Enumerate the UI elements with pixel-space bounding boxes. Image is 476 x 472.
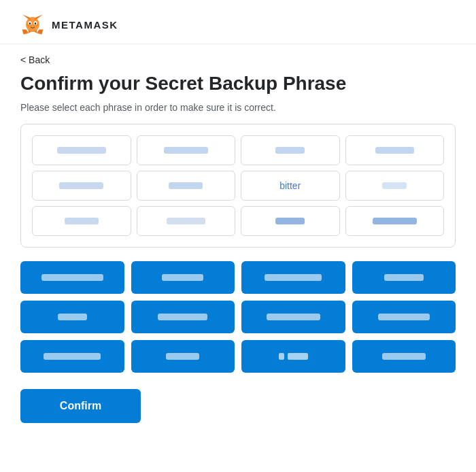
phrase-slot-7[interactable]: bitter (241, 171, 340, 201)
phrase-slot-5[interactable] (32, 171, 131, 201)
confirm-button[interactable]: Confirm (20, 389, 141, 423)
back-button[interactable]: < Back (20, 54, 50, 65)
word-button-7[interactable] (241, 301, 345, 333)
word-button-10[interactable] (131, 340, 235, 373)
word-button-3[interactable] (241, 261, 345, 294)
page-content: < Back Confirm your Secret Backup Phrase… (0, 44, 476, 437)
page-subtitle: Please select each phrase in order to ma… (20, 102, 456, 113)
phrase-slot-2[interactable] (137, 135, 236, 165)
word-button-8[interactable] (352, 301, 456, 333)
phrase-slot-6[interactable] (137, 171, 236, 201)
phrase-slot-8[interactable] (345, 171, 445, 201)
word-button-1[interactable] (20, 261, 124, 294)
phrase-slot-12[interactable] (345, 206, 445, 236)
svg-point-8 (26, 17, 39, 32)
svg-point-12 (35, 22, 36, 24)
phrase-slot-1[interactable] (32, 135, 131, 165)
phrase-slot-10[interactable] (137, 206, 236, 236)
word-button-12[interactable] (352, 340, 456, 373)
confirm-phrase-area: bitter (20, 124, 456, 248)
confirm-phrase-grid: bitter (32, 135, 444, 236)
phrase-slot-4[interactable] (345, 135, 445, 165)
metamask-logo-icon (20, 12, 45, 37)
word-button-11[interactable] (241, 340, 345, 373)
word-button-4[interactable] (352, 261, 456, 294)
svg-point-11 (29, 22, 31, 24)
word-button-5[interactable] (20, 301, 124, 333)
phrase-slot-9[interactable] (32, 206, 131, 236)
word-button-9[interactable] (20, 340, 124, 373)
app-logo-text: METAMASK (52, 19, 118, 31)
word-button-2[interactable] (131, 261, 235, 294)
phrase-slot-3[interactable] (241, 135, 340, 165)
app-header: METAMASK (0, 0, 476, 44)
word-button-6[interactable] (131, 301, 235, 333)
svg-marker-3 (22, 30, 29, 35)
page-title: Confirm your Secret Backup Phrase (20, 72, 456, 95)
svg-marker-2 (37, 30, 43, 35)
word-buttons-grid (20, 261, 456, 373)
phrase-slot-11[interactable] (241, 206, 340, 236)
